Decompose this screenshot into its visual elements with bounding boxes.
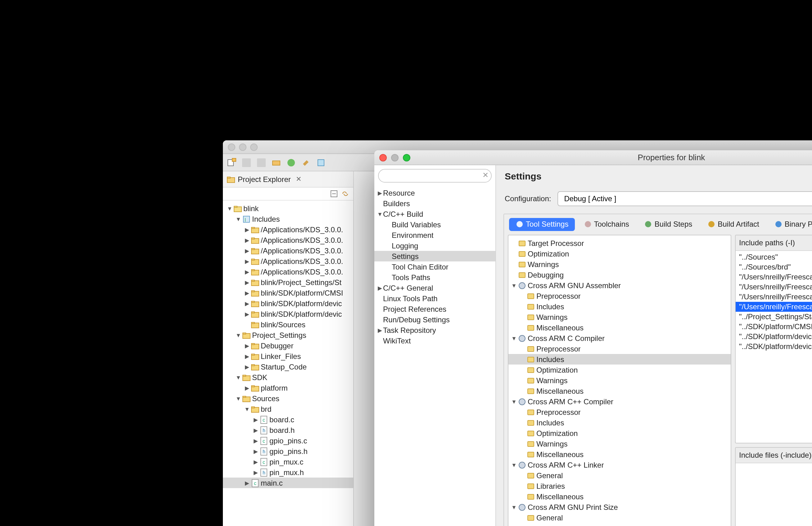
disclosure-icon[interactable]: ▶ <box>377 190 383 196</box>
disclosure-icon[interactable]: ▶ <box>244 480 250 486</box>
disclosure-icon[interactable]: ▼ <box>227 205 233 211</box>
save-icon[interactable] <box>240 156 253 169</box>
tree-item[interactable]: Includes <box>508 301 730 312</box>
include-path-item[interactable]: "/Users/nreilly/Freescale/KSDK_1.2.0/pla… <box>735 282 812 292</box>
disclosure-icon[interactable]: ▶ <box>244 226 250 232</box>
disclosure-icon[interactable]: ▼ <box>235 374 242 380</box>
tree-item[interactable]: ▼Project_Settings <box>223 330 353 340</box>
tree-item[interactable]: ▶C/C++ General <box>374 283 495 293</box>
tree-item[interactable]: Includes <box>508 354 730 365</box>
include-files-list[interactable] <box>735 463 812 526</box>
run-menu-icon[interactable] <box>285 156 298 169</box>
tree-item[interactable]: Miscellaneous <box>508 491 730 502</box>
disclosure-icon[interactable]: ▼ <box>244 406 250 412</box>
disclosure-icon[interactable]: ▶ <box>244 237 250 243</box>
disclosure-icon[interactable]: ▶ <box>244 300 250 307</box>
print-icon[interactable] <box>270 156 282 169</box>
link-editor-icon[interactable] <box>341 189 349 198</box>
tree-item[interactable]: Tools Paths <box>374 272 495 283</box>
tree-item[interactable]: ▼blink <box>223 203 353 214</box>
tree-item[interactable]: ▶/Applications/KDS_3.0.0. <box>223 224 353 235</box>
tree-item[interactable]: Logging <box>374 240 495 251</box>
tab-binary-parsers[interactable]: Binary Parsers <box>768 218 812 231</box>
tree-item[interactable]: Build Variables <box>374 219 495 230</box>
tree-item[interactable]: Tool Chain Editor <box>374 261 495 272</box>
tree-item[interactable]: Settings <box>374 251 495 261</box>
disclosure-icon[interactable]: ▶ <box>244 311 250 317</box>
tree-item[interactable]: General <box>508 512 730 523</box>
include-path-item[interactable]: "../SDK/platform/CMSIS/Include" <box>735 322 812 332</box>
tree-item[interactable]: Preprocessor <box>508 407 730 417</box>
tab-toolchains[interactable]: Toolchains <box>577 218 635 231</box>
include-paths-list[interactable]: "../Sources""../Sources/brd""/Users/nrei… <box>735 251 812 443</box>
disclosure-icon[interactable]: ▶ <box>244 247 250 254</box>
close-icon[interactable]: ✕ <box>296 175 301 183</box>
new-menu-icon[interactable] <box>226 156 238 169</box>
tree-item[interactable]: Warnings <box>508 438 730 449</box>
tree-item[interactable]: ▼Cross ARM C Compiler <box>508 333 730 343</box>
disclosure-icon[interactable]: ▼ <box>235 332 242 338</box>
tree-item[interactable]: Preprocessor <box>508 290 730 301</box>
include-path-item[interactable]: "../Project_Settings/Startup_Code" <box>735 312 812 322</box>
tree-item[interactable]: Miscellaneous <box>508 449 730 459</box>
tree-item[interactable]: ▶Startup_Code <box>223 361 353 372</box>
tree-item[interactable]: Optimization <box>508 248 730 259</box>
tree-item[interactable]: Optimization <box>508 428 730 438</box>
tree-item[interactable]: ▶cgpio_pins.c <box>223 435 353 446</box>
tree-item[interactable]: blink/Sources <box>223 319 353 330</box>
traffic-min-icon[interactable] <box>239 143 246 151</box>
tree-item[interactable]: Miscellaneous <box>508 322 730 333</box>
tree-item[interactable]: ▼Cross ARM C++ Linker <box>508 459 730 470</box>
tree-item[interactable]: Linux Tools Path <box>374 293 495 304</box>
project-tree[interactable]: ▼blink▼IIncludes▶/Applications/KDS_3.0.0… <box>223 201 353 526</box>
dialog-close-icon[interactable] <box>379 154 387 161</box>
include-path-item[interactable]: "../SDK/platform/devices" <box>735 332 812 342</box>
tree-item[interactable]: ▶cpin_mux.c <box>223 456 353 467</box>
tree-item[interactable]: Target Processor <box>508 238 730 248</box>
tree-item[interactable]: ▶hpin_mux.h <box>223 467 353 478</box>
disclosure-icon[interactable]: ▶ <box>253 416 259 423</box>
disclosure-icon[interactable]: ▶ <box>253 448 259 454</box>
tree-item[interactable]: Run/Debug Settings <box>374 314 495 325</box>
tree-item[interactable]: Preprocessor <box>508 343 730 354</box>
disclosure-icon[interactable]: ▶ <box>244 353 250 359</box>
tree-item[interactable]: ▶blink/SDK/platform/CMSI <box>223 287 353 298</box>
disclosure-icon[interactable]: ▼ <box>511 398 517 404</box>
tree-item[interactable]: ▼Cross ARM GNU Print Size <box>508 502 730 512</box>
tree-item[interactable]: Environment <box>374 230 495 240</box>
tree-item[interactable]: ▶cmain.c <box>223 478 353 488</box>
disclosure-icon[interactable]: ▶ <box>244 290 250 296</box>
clear-filter-icon[interactable]: ✕ <box>482 171 489 180</box>
tree-item[interactable]: ▶/Applications/KDS_3.0.0. <box>223 245 353 256</box>
disclosure-icon[interactable]: ▼ <box>511 504 517 510</box>
tree-item[interactable]: Debugging <box>508 270 730 280</box>
include-path-item[interactable]: "../Sources/brd" <box>735 262 812 272</box>
disclosure-icon[interactable]: ▼ <box>377 211 383 217</box>
tree-item[interactable]: ▼Sources <box>223 393 353 404</box>
tree-item[interactable]: Builders <box>374 198 495 209</box>
disclosure-icon[interactable]: ▶ <box>244 364 250 370</box>
tool-settings-tree[interactable]: Target ProcessorOptimizationWarningsDebu… <box>508 235 731 526</box>
disclosure-icon[interactable]: ▶ <box>244 258 250 264</box>
disclosure-icon[interactable]: ▶ <box>244 269 250 275</box>
disclosure-icon[interactable]: ▶ <box>244 279 250 285</box>
tab-build-steps[interactable]: Build Steps <box>638 218 698 231</box>
tree-item[interactable]: ▼IIncludes <box>223 214 353 224</box>
tree-item[interactable]: ▶Linker_Files <box>223 351 353 361</box>
disclosure-icon[interactable]: ▶ <box>253 469 259 475</box>
disclosure-icon[interactable]: ▶ <box>253 438 259 444</box>
include-path-item[interactable]: "/Users/nreilly/Freescale/KSDK_1.2.0/pla… <box>735 302 812 312</box>
tree-item[interactable]: Miscellaneous <box>508 386 730 396</box>
tree-item[interactable]: ▶Resource <box>374 187 495 198</box>
disclosure-icon[interactable]: ▼ <box>511 335 517 341</box>
tree-item[interactable]: ▶blink/SDK/platform/devic <box>223 309 353 319</box>
disclosure-icon[interactable]: ▶ <box>244 342 250 349</box>
dialog-min-icon[interactable] <box>391 154 398 161</box>
traffic-close-icon[interactable] <box>228 143 235 151</box>
build-icon[interactable] <box>300 156 312 169</box>
tab-build-artifact[interactable]: Build Artifact <box>701 218 765 231</box>
disclosure-icon[interactable]: ▼ <box>511 282 517 288</box>
dialog-titlebar[interactable]: Properties for blink <box>374 150 812 165</box>
tree-item[interactable]: ▼Cross ARM C++ Compiler <box>508 396 730 407</box>
tree-item[interactable]: ▼Cross ARM GNU Assembler <box>508 280 730 290</box>
